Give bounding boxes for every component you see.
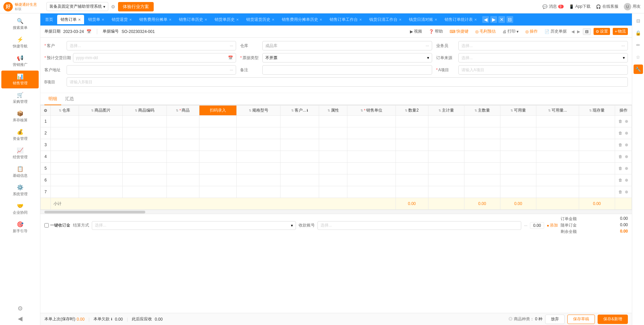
- th-spec[interactable]: ⇅ 规格型号: [236, 106, 280, 116]
- cell-code-5[interactable]: [123, 163, 167, 174]
- cell-main-unit-2[interactable]: [428, 127, 464, 139]
- th-product[interactable]: ⇅ * 商品: [166, 106, 199, 116]
- row-delete-7[interactable]: 🗑: [618, 190, 622, 194]
- sidebar-item-finance[interactable]: 💰 资金管理: [1, 126, 39, 144]
- cell-current-5[interactable]: [579, 163, 615, 174]
- cell-product-5[interactable]: [166, 163, 199, 174]
- cell-unit-1[interactable]: [347, 116, 396, 127]
- row-delete-1[interactable]: 🗑: [618, 119, 622, 124]
- th-unit[interactable]: ⇅ * 销售单位: [347, 106, 396, 116]
- cell-main-unit-5[interactable]: [428, 163, 464, 174]
- cell-scan-6[interactable]: [199, 174, 236, 186]
- cell-current-4[interactable]: [579, 151, 615, 163]
- cell-available-4[interactable]: [500, 151, 536, 163]
- cell-main-unit-4[interactable]: [428, 151, 464, 163]
- cell-main-qty-4[interactable]: [464, 151, 500, 163]
- warehouse-input[interactable]: 成品库 ···: [262, 41, 432, 50]
- tab-close-icon-6[interactable]: ✕: [236, 18, 239, 22]
- cell-main-qty-5[interactable]: [464, 163, 500, 174]
- cell-code-4[interactable]: [123, 151, 167, 163]
- cell-scan-7[interactable]: [199, 186, 236, 198]
- panel-icon-3[interactable]: ✏: [634, 40, 643, 50]
- print-btn[interactable]: 🖨 打印 ▾: [500, 28, 521, 35]
- cell-available2-1[interactable]: [536, 116, 579, 127]
- row-delete-5[interactable]: 🗑: [618, 166, 622, 171]
- tab-close-all-btn[interactable]: ✕: [498, 16, 505, 23]
- cell-warehouse-3[interactable]: [51, 139, 79, 151]
- cell-image-6[interactable]: [79, 174, 123, 186]
- cell-product-3[interactable]: [166, 139, 199, 151]
- cell-main-unit-6[interactable]: [428, 174, 464, 186]
- history-btn[interactable]: 📄 历史单据: [542, 28, 569, 35]
- account-select[interactable]: 选择...: [317, 221, 522, 230]
- cell-scan-3[interactable]: [199, 139, 236, 151]
- cell-main-unit-7[interactable]: [428, 186, 464, 198]
- settings-panel-btn[interactable]: ⚙ 设置: [594, 28, 610, 35]
- cell-attr-3[interactable]: [319, 139, 347, 151]
- tab-menu-btn[interactable]: ⊟: [506, 16, 513, 23]
- tab-close-icon-7[interactable]: ✕: [272, 18, 274, 22]
- cell-unit-3[interactable]: [347, 139, 396, 151]
- cell-warehouse-6[interactable]: [51, 174, 79, 186]
- cell-available2-7[interactable]: [536, 186, 579, 198]
- profit-btn[interactable]: ◎ 毛利预估: [473, 28, 498, 35]
- tab-close-icon-5[interactable]: ✕: [204, 18, 207, 22]
- settlement-select[interactable]: 选择... ▾: [92, 221, 296, 230]
- view-btn[interactable]: ▶ 视频: [408, 28, 424, 35]
- th-current[interactable]: ⇅ 现存量: [579, 106, 615, 116]
- tab-sales-order[interactable]: 销售订单 ✕: [57, 15, 84, 24]
- cell-image-1[interactable]: [79, 116, 123, 127]
- horizontal-scrollbar[interactable]: [44, 211, 145, 213]
- row-copy-7[interactable]: ⊕: [625, 190, 628, 194]
- cell-spec-7[interactable]: [236, 186, 280, 198]
- tab-return-history[interactable]: 销货退货历史 ✕: [243, 15, 278, 24]
- panel-icon-5[interactable]: 🔧: [634, 65, 643, 74]
- online-service-btn[interactable]: 🎧 在线客服: [596, 4, 618, 9]
- tab-summary[interactable]: 汇总: [61, 93, 78, 105]
- sidebar-collapse-icon[interactable]: ◀: [18, 315, 23, 322]
- cell-spec-4[interactable]: [236, 151, 280, 163]
- tab-next-btn[interactable]: ▶: [490, 16, 497, 23]
- cell-scan-1[interactable]: [199, 116, 236, 127]
- sidebar-item-guide[interactable]: 🎯 新手引导: [1, 218, 39, 236]
- tab-expense-history[interactable]: 销售费用分摊单历史 ✕: [278, 15, 326, 24]
- user-btn[interactable]: U 用友: [624, 3, 641, 10]
- cell-customer-4[interactable]: [280, 151, 319, 163]
- sidebar-item-system[interactable]: ⚙️ 系统管理: [1, 181, 39, 199]
- cell-image-7[interactable]: [79, 186, 123, 198]
- sidebar-item-quicknav[interactable]: ⚡ 快捷导航: [1, 34, 39, 51]
- sidebar-item-sales[interactable]: 📊 销售管理: [1, 71, 39, 88]
- cell-unit-2[interactable]: [347, 127, 396, 139]
- nav-prev-icon[interactable]: ◀: [571, 29, 574, 34]
- cell-attr-1[interactable]: [319, 116, 347, 127]
- panel-icon-4[interactable]: ☆: [634, 52, 643, 62]
- cell-spec-3[interactable]: [236, 139, 280, 151]
- nav-next-icon[interactable]: ▶: [577, 29, 580, 34]
- row-copy-2[interactable]: ⊕: [625, 131, 628, 135]
- cell-available-7[interactable]: [500, 186, 536, 198]
- tab-sales-stats[interactable]: 销售订单统计表 ✕: [441, 15, 480, 24]
- cell-warehouse-7[interactable]: [51, 186, 79, 198]
- cell-qty2-6[interactable]: [395, 174, 428, 186]
- cell-available2-2[interactable]: [536, 127, 579, 139]
- cell-available-2[interactable]: [500, 127, 536, 139]
- row-delete-2[interactable]: 🗑: [618, 131, 622, 135]
- sidebar-item-purchase[interactable]: 🛒 采购管理: [1, 89, 39, 107]
- discard-btn[interactable]: 放弃: [545, 315, 565, 324]
- cell-main-qty-1[interactable]: [464, 116, 500, 127]
- th-scan[interactable]: 扫码录入: [199, 106, 236, 116]
- cell-spec-6[interactable]: [236, 174, 280, 186]
- cell-qty2-1[interactable]: [395, 116, 428, 127]
- cell-main-unit-1[interactable]: [428, 116, 464, 127]
- cell-attr-6[interactable]: [319, 174, 347, 186]
- customer-input[interactable]: 选择... ···: [67, 41, 236, 50]
- shortcut-btn[interactable]: ⌨ 快捷键: [448, 28, 470, 35]
- cell-code-3[interactable]: [123, 139, 167, 151]
- th-settings[interactable]: ⚙: [41, 106, 51, 116]
- help-btn[interactable]: ❓ 帮助: [427, 28, 445, 35]
- cell-available2-5[interactable]: [536, 163, 579, 174]
- cell-unit-5[interactable]: [347, 163, 396, 174]
- address-input[interactable]: ···: [67, 65, 236, 75]
- cell-warehouse-2[interactable]: [51, 127, 79, 139]
- cell-main-qty-2[interactable]: [464, 127, 500, 139]
